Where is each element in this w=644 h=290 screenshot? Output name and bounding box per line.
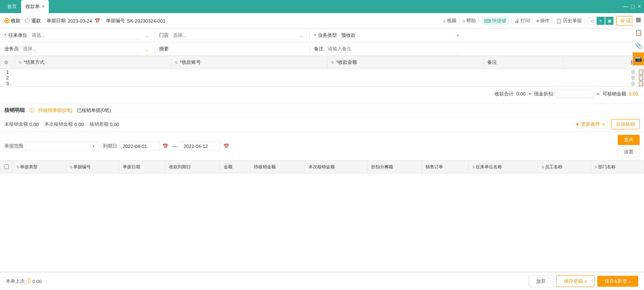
auto-verify-btn[interactable]: 自动核销 [611,119,640,129]
row3-actions: 🗑 📋 [564,81,644,86]
window-controls: — □ × [623,3,641,10]
footer-prev-label: 本单上次 [6,278,25,285]
remark-field: 备注 [314,45,460,53]
prev-page-btn[interactable]: ◁ [588,17,596,25]
history-action[interactable]: 📋 历史单据 [556,17,582,24]
print-icon: 🖨 [515,18,519,24]
row3-account[interactable] [171,81,327,86]
filter-setting-btn[interactable]: 设置 [618,146,640,157]
grid-view-btn[interactable]: ▦ [605,17,613,25]
operations-label: 操作 [540,17,550,24]
shop-input[interactable] [171,31,296,39]
row1-settlement[interactable] [15,69,171,75]
row1-account[interactable] [171,69,327,75]
verify-stats: 未核销金额 0.00 本次核销金额 0.00 核销差额 0.00 ▼ 更多条件 … [0,117,644,132]
operations-action[interactable]: ≡ 操作 [536,17,550,24]
list-view-btn[interactable]: ≡ [597,17,605,25]
pending-tab[interactable]: 待核销单据(0笔) [38,107,72,114]
range-label: 单据范围 [4,143,23,149]
counterparty-input[interactable] [30,31,141,39]
footer-info-icon[interactable]: ⓘ [26,278,31,285]
row1-copy-icon[interactable]: 📋 [638,69,644,75]
col-amount: 金额 [220,161,250,173]
save-draft-btn[interactable]: 保存草稿 ∧ [556,275,594,287]
row3-remark[interactable] [484,81,564,86]
row2-remark[interactable] [484,75,564,81]
home-label: 首页 [7,3,17,10]
history-icon: 📋 [556,18,562,24]
footer-prev-value: 0.00 [32,279,42,284]
col-account: ⇅ *收款账号 [171,56,327,69]
range-select[interactable] [25,142,98,151]
more-conditions-btn[interactable]: ▼ 更多条件 ∧ [575,121,606,128]
close-window-icon[interactable]: × [638,3,641,10]
row2-copy-icon[interactable]: 📋 [638,75,644,81]
select-all-checkbox[interactable] [4,164,9,169]
help-icon: ○ [463,18,466,24]
shop-more-btn[interactable]: ... [298,33,305,38]
range-filter: 单据范围 ▼ [4,142,97,151]
radio-refund-label: 退款 [31,17,41,24]
table-gear-icon[interactable]: ⚙ [4,60,8,65]
row3-amount[interactable] [327,81,484,86]
sidebar-camera-icon[interactable]: 📷 [633,52,644,66]
query-btn[interactable]: 查询 [618,135,640,145]
radio-receipt[interactable]: 收款 [4,17,20,24]
nav-tab-home[interactable]: 首页 [3,0,21,13]
close-tab-icon[interactable]: × [42,4,44,9]
row1-remark[interactable] [484,69,564,75]
sidebar-table-icon[interactable]: ▦ [633,13,644,26]
from-date-input[interactable] [119,142,160,151]
video-icon: ○ [443,18,446,24]
row3-delete-icon[interactable]: 🗑 [631,81,636,86]
row1-amount[interactable] [327,69,484,75]
maximize-icon[interactable]: □ [631,3,635,10]
save-new-label: 保存&新增 [605,278,627,285]
nav-tab-receipt[interactable]: 收款单 × [21,0,49,13]
row2-settlement[interactable] [15,75,171,81]
done-tab[interactable]: 已核销单据(0笔) [77,107,111,114]
business-type-arrow[interactable]: ▼ [456,34,460,38]
verify-section: 核销明细 ⓘ 待核销单据(0笔) 已核销单据(0笔) 未核销金额 0.00 本次… [0,104,644,173]
row2-account[interactable] [171,75,327,81]
col-settlement: ⇅ *结算方式 [15,56,171,69]
salesperson-more-btn[interactable]: ... [143,46,150,52]
verify-title: 核销明细 [4,107,25,114]
stat-diff-label: 核销差额 [90,121,109,128]
discard-btn[interactable]: 放弃 [529,275,553,287]
radio-refund[interactable]: 退款 [25,17,41,24]
row-num-2: 2 [0,75,15,81]
equals-label: = [597,91,600,97]
verify-header: 核销明细 ⓘ 待核销单据(0笔) 已核销单据(0笔) [0,104,644,117]
row1-delete-icon[interactable]: 🗑 [631,69,636,75]
row2-amount[interactable] [327,75,484,81]
shortcut-action[interactable]: ⌨ 快捷键 [482,17,508,25]
table-row: 1 🗑 📋 [0,69,644,75]
receipt-tab-label: 收款单 [25,3,40,10]
minimize-icon[interactable]: — [623,3,628,10]
verify-info-icon[interactable]: ⓘ [29,107,34,114]
summary-input[interactable] [171,45,305,53]
salesperson-input[interactable] [21,45,141,53]
help-action[interactable]: ○ 帮助 [463,17,476,24]
video-action[interactable]: ○ 视频 [443,17,456,24]
form-header: 收款 退款 单据日期 2023-03-24 📅 单据编号 SK-20230324… [0,13,644,29]
sidebar-attach-icon[interactable]: 📎 [633,39,644,52]
to-date-calendar-icon[interactable]: 📅 [223,144,229,149]
remark-input[interactable] [326,45,460,53]
main-content: 收款 退款 单据日期 2023-03-24 📅 单据编号 SK-20230324… [0,13,644,290]
row3-settlement[interactable] [15,81,171,86]
row3-copy-icon[interactable]: 📋 [638,81,644,86]
receipt-type-radio: 收款 退款 [4,17,41,24]
sidebar-list-icon[interactable]: 📋 [633,26,644,39]
calendar-icon[interactable]: 📅 [94,18,100,24]
from-date-calendar-icon[interactable]: 📅 [162,144,168,149]
top-nav: 首页 收款单 × — □ × [0,0,644,13]
counterparty-more-btn[interactable]: ... [143,33,150,38]
print-action[interactable]: 🖨 打印 [515,17,530,24]
discount-input[interactable] [557,90,594,98]
settings-gear-icon: ⚙ [620,18,625,24]
row2-delete-icon[interactable]: 🗑 [631,75,636,81]
to-date-input[interactable] [180,142,220,151]
save-new-btn[interactable]: 保存&新增 ∧ [597,276,638,287]
